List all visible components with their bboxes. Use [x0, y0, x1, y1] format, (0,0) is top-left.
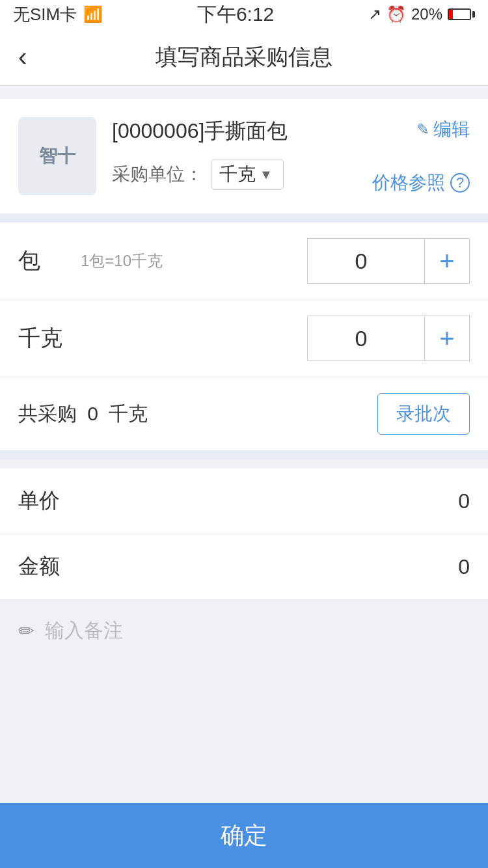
summary-text: 共采购 0 千克 — [18, 401, 148, 427]
confirm-button-wrap: 确定 — [0, 803, 488, 868]
quantity-plus-kg[interactable]: + — [424, 316, 470, 361]
page-title: 填写商品采购信息 — [156, 42, 332, 72]
quantity-input-wrap-kg: + — [307, 316, 470, 361]
wifi-icon: 📶 — [83, 5, 103, 23]
product-card: 智十 [0000006]手撕面包 采购单位： 千克 ▼ ✎ 编辑 价格参照 ? — [0, 99, 488, 213]
confirm-button[interactable]: 确定 — [0, 803, 488, 868]
product-thumbnail: 智十 — [18, 117, 96, 195]
edit-label: 编辑 — [433, 117, 470, 142]
quantity-row-kg: 千克 + — [0, 300, 488, 377]
carrier-label: 无SIM卡 — [13, 3, 77, 26]
nav-bar: ‹ 填写商品采购信息 — [0, 29, 488, 86]
edit-icon: ✎ — [416, 120, 429, 139]
quantity-sublabel-bag: 1包=10千克 — [81, 251, 297, 271]
price-label-amount: 金额 — [18, 552, 60, 581]
status-right: ↗ ⏰ 20% — [368, 5, 475, 23]
unit-value: 千克 — [219, 162, 256, 187]
purchase-unit-label: 采购单位： — [112, 162, 203, 187]
summary-row: 共采购 0 千克 录批次 — [0, 377, 488, 450]
alarm-icon: ⏰ — [386, 5, 406, 23]
battery-percentage: 20% — [411, 5, 442, 23]
price-label-unit: 单价 — [18, 487, 60, 515]
price-section: 单价 0 金额 0 — [0, 468, 488, 599]
batch-button[interactable]: 录批次 — [377, 393, 470, 435]
product-logo: 智十 — [39, 144, 75, 169]
quantity-label-bag: 包 — [18, 246, 70, 276]
price-row-unit: 单价 0 — [0, 468, 488, 534]
quantity-input-kg[interactable] — [307, 316, 424, 361]
quantity-section: 包 1包=10千克 + 千克 + — [0, 223, 488, 377]
quantity-plus-bag[interactable]: + — [424, 238, 470, 284]
quantity-label-kg: 千克 — [18, 323, 70, 353]
remarks-placeholder: 输入备注 — [45, 617, 123, 644]
section-divider — [0, 213, 488, 223]
quantity-input-bag[interactable] — [307, 238, 424, 284]
location-icon: ↗ — [368, 5, 381, 23]
status-bar: 无SIM卡 📶 下午6:12 ↗ ⏰ 20% — [0, 0, 488, 29]
dropdown-arrow-icon: ▼ — [260, 167, 273, 182]
back-button[interactable]: ‹ — [18, 42, 27, 72]
unit-dropdown[interactable]: 千克 ▼ — [211, 159, 284, 190]
quantity-row-bag: 包 1包=10千克 + — [0, 223, 488, 300]
remarks-section[interactable]: ✏ 输入备注 — [0, 599, 488, 662]
help-icon: ? — [450, 173, 470, 193]
pencil-icon: ✏ — [18, 619, 34, 642]
price-ref-label: 价格参照 — [372, 170, 445, 195]
battery-icon — [448, 8, 475, 20]
price-ref-button[interactable]: 价格参照 ? — [372, 170, 470, 195]
price-value-amount: 0 — [458, 555, 470, 579]
price-row-amount: 金额 0 — [0, 534, 488, 599]
status-time: 下午6:12 — [197, 1, 274, 28]
edit-button[interactable]: ✎ 编辑 — [416, 117, 470, 142]
price-value-unit: 0 — [458, 489, 470, 513]
status-left: 无SIM卡 📶 — [13, 3, 103, 26]
quantity-input-wrap-bag: + — [307, 238, 470, 284]
section-divider-2 — [0, 450, 488, 459]
